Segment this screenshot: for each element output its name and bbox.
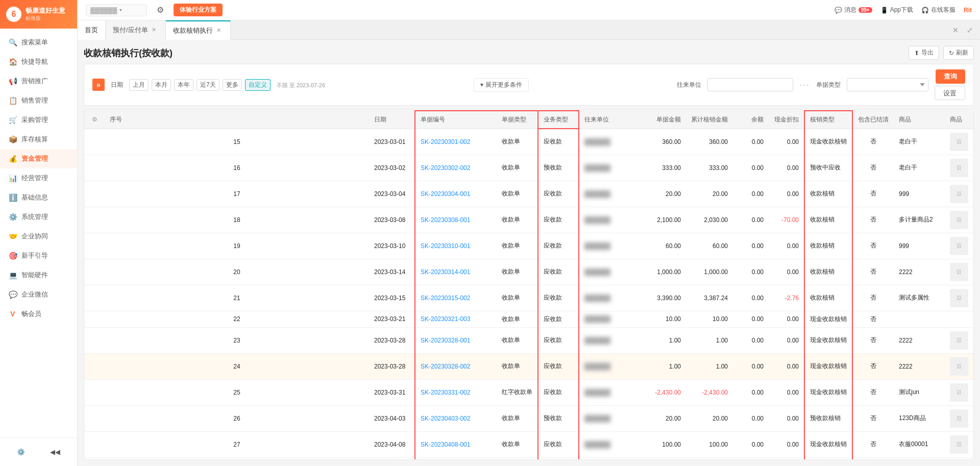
export-btn[interactable]: ⬆ 导出 — [909, 46, 939, 60]
cell-docno: SK-20230301-002 — [415, 129, 497, 155]
doctype-select[interactable] — [847, 78, 928, 91]
goods-image: 🖼 — [950, 331, 968, 350]
tab-prepay-close[interactable]: ✕ — [150, 26, 158, 34]
sidebar-settings-btn[interactable]: ⚙️ — [9, 444, 33, 460]
more-date-btn[interactable]: 更多 — [223, 79, 242, 91]
table-row: 26 2023-04-03 SK-20230403-002 收款单 预收款 ██… — [84, 405, 973, 431]
last-month-btn[interactable]: 上月 — [129, 79, 149, 91]
app-download-label: App下载 — [890, 6, 913, 14]
docno-link[interactable]: SK-20230315-002 — [421, 295, 470, 302]
cell-writetype: 现金收款核销 — [804, 311, 852, 327]
filter-toggle-btn[interactable]: » — [92, 79, 105, 91]
tab-home[interactable]: 首页 — [78, 20, 106, 40]
sidebar-item-quicknav[interactable]: 🏠 快捷导航 — [0, 52, 77, 71]
sidebar-item-member[interactable]: V 畅会员 — [0, 304, 77, 324]
refresh-btn[interactable]: ↻ 刷新 — [943, 46, 974, 60]
cell-date: 2023-03-14 — [369, 259, 415, 285]
sidebar-item-enterprise[interactable]: 🤝 企业协同 — [0, 227, 77, 246]
sidebar-item-marketing[interactable]: 📢 营销推广 — [0, 71, 77, 91]
tab-prepay[interactable]: 预付/应付单 ✕ — [106, 20, 166, 40]
docno-link[interactable]: SK-20230308-001 — [421, 216, 470, 224]
sidebar-item-basic[interactable]: ℹ️ 基础信息 — [0, 188, 77, 207]
wechat-icon: 💬 — [8, 290, 17, 299]
docno-link[interactable]: SK-20230304-001 — [421, 190, 470, 198]
company-selector-text: ▓▓▓▓▓▓ — [90, 7, 117, 14]
company-selector[interactable]: ▓▓▓▓▓▓ ▾ — [86, 4, 147, 16]
this-year-btn[interactable]: 本年 — [174, 79, 193, 91]
th-amount: 单据金额 — [640, 111, 686, 129]
cell-partner: ██████ — [579, 353, 640, 379]
docno-link[interactable]: SK-20230331-002 — [421, 389, 470, 396]
cell-docno: SK-20230418-001 — [415, 457, 497, 460]
docno-link[interactable]: SK-20230321-003 — [421, 315, 470, 323]
sidebar-item-purchase[interactable]: 🛒 采购管理 — [0, 110, 77, 130]
topbar-gear-btn[interactable]: ⚙ — [153, 3, 167, 17]
docno-link[interactable]: SK-20230314-001 — [421, 268, 470, 276]
messages-btn[interactable]: 💬 消息 99+ — [835, 6, 872, 14]
cell-goods: 老白干 — [894, 129, 945, 155]
table-header-row: ⚙ 序号 日期 单据编号 单据类型 业务类型 往来单位 单据金额 累计核销金额 … — [84, 111, 973, 129]
partner-input[interactable] — [707, 78, 793, 91]
close-tab-btn[interactable]: ✕ — [949, 24, 962, 36]
sidebar-item-label: 经营管理 — [21, 174, 48, 183]
doctype-filter-label: 单据类型 — [816, 81, 841, 89]
cell-writetype: 现金收款核销 — [804, 457, 852, 460]
sidebar-item-system[interactable]: ⚙️ 系统管理 — [0, 207, 77, 227]
cell-includeclear: 否 — [852, 327, 894, 353]
sidebar-collapse-btn[interactable]: ◀◀ — [42, 444, 68, 460]
cell-settings — [84, 207, 105, 233]
sidebar-item-operation[interactable]: 📊 经营管理 — [0, 168, 77, 188]
cell-biztype: 应收款 — [538, 353, 579, 379]
cell-cumamt: 1.00 — [686, 353, 733, 379]
filter-settings-btn[interactable]: 设置 — [935, 86, 965, 100]
settings-gear-icon: ⚙️ — [17, 448, 25, 456]
sidebar-item-inventory[interactable]: 📦 库存核算 — [0, 130, 77, 149]
docno-link[interactable]: SK-20230408-001 — [421, 441, 470, 448]
sidebar-item-sales[interactable]: 📋 销售管理 — [0, 91, 77, 110]
docno-link[interactable]: SK-20230328-001 — [421, 337, 470, 344]
cell-settings — [84, 457, 105, 460]
docno-link[interactable]: SK-20230310-001 — [421, 242, 470, 250]
tab-collection-label: 收款核销执行 — [173, 26, 213, 35]
sidebar-item-wechat[interactable]: 💬 企业微信 — [0, 285, 77, 304]
sidebar-item-hardware[interactable]: 💻 智能硬件 — [0, 265, 77, 285]
tab-collection[interactable]: 收款核销执行 ✕ — [166, 20, 231, 40]
fullscreen-btn[interactable]: ⤢ — [964, 24, 976, 36]
cell-goodsimg: 🖼 — [945, 405, 973, 431]
expand-more-btn[interactable]: ▾ 展开更多条件 — [474, 78, 529, 92]
tab-collection-close[interactable]: ✕ — [215, 27, 223, 35]
online-service-label: 在线客服 — [931, 6, 955, 14]
custom-date-btn[interactable]: 自定义 — [245, 79, 271, 91]
cell-settings — [84, 405, 105, 431]
cell-seq: 20 — [105, 259, 369, 285]
sidebar-item-label: 快捷导航 — [21, 57, 48, 66]
last-7days-btn[interactable]: 近7天 — [197, 79, 219, 91]
online-service-btn[interactable]: 🎧 在线客服 — [921, 6, 955, 14]
cell-includeclear: 否 — [852, 353, 894, 379]
cell-cashdiscount: 0.00 — [769, 353, 804, 379]
this-month-btn[interactable]: 本月 — [152, 79, 171, 91]
docno-link[interactable]: SK-20230403-002 — [421, 415, 470, 422]
sidebar-item-label: 企业协同 — [21, 232, 48, 241]
cell-partner: ██████ — [579, 311, 640, 327]
app-download-btn[interactable]: 📱 App下载 — [880, 6, 913, 14]
query-btn[interactable]: 查询 — [936, 69, 965, 84]
goods-image: 🖼 — [950, 409, 968, 428]
cell-writetype: 收款核销 — [804, 181, 852, 207]
solution-btn[interactable]: 体验行业方案 — [174, 4, 223, 16]
cell-amount: 3,390.00 — [640, 285, 686, 311]
sidebar-item-newbie[interactable]: 🎯 新手引导 — [0, 246, 77, 265]
docno-link[interactable]: SK-20230328-002 — [421, 363, 470, 370]
docno-link[interactable]: SK-20230301-002 — [421, 138, 470, 145]
th-biztype: 业务类型 — [538, 111, 579, 129]
docno-link[interactable]: SK-20230302-002 — [421, 164, 470, 171]
cell-writetype: 现金收款核销 — [804, 431, 852, 457]
cell-cumamt: 20.00 — [686, 181, 733, 207]
sidebar-item-search[interactable]: 🔍 搜索菜单 — [0, 33, 77, 52]
sidebar-item-finance[interactable]: 💰 资金管理 — [0, 149, 77, 168]
user-avatar[interactable]: Rit — [964, 7, 972, 14]
th-settings[interactable]: ⚙ — [84, 111, 105, 129]
column-settings-icon[interactable]: ⚙ — [92, 116, 97, 123]
cell-includeclear: 否 — [852, 259, 894, 285]
messages-label: 消息 — [844, 6, 856, 14]
